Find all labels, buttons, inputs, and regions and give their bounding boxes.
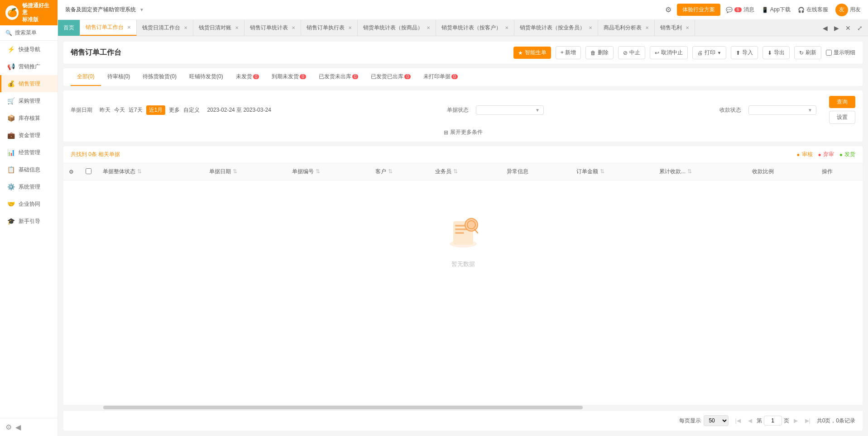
tab-sales-summary-customer[interactable]: 销货单统计表（按客户）✕ — [436, 20, 514, 36]
filter-tab-pending-inspect[interactable]: 待拣货验货(0) — [136, 68, 183, 86]
sort-icon-collected[interactable]: ⇅ — [687, 168, 692, 175]
next-page-btn[interactable]: ▶ — [791, 416, 801, 425]
filter-tab-not-printed[interactable]: 未打印单据0 — [417, 68, 464, 86]
sidebar-item-operations[interactable]: 📊 经营管理 — [0, 144, 58, 161]
app-download-btn[interactable]: 📱 App下载 — [762, 6, 791, 14]
sidebar-item-system[interactable]: ⚙️ 系统管理 — [0, 178, 58, 195]
tab-prev-btn[interactable]: ◀ — [821, 24, 830, 33]
filter-tab-pending-review[interactable]: 待审核(0) — [101, 68, 137, 86]
table-action-approve-btn[interactable]: ● 审核 — [796, 151, 812, 158]
show-detail-checkbox[interactable]: 显示明细 — [826, 49, 855, 57]
tab-close-sales-profit[interactable]: ✕ — [686, 25, 689, 30]
export-button[interactable]: ⬇ 导出 — [762, 46, 790, 59]
first-page-btn[interactable]: |◀ — [732, 416, 743, 425]
tab-sales-summary-product[interactable]: 销货单统计表（按商品）✕ — [358, 20, 436, 36]
tab-close-cash-reconcile[interactable]: ✕ — [235, 25, 239, 30]
tab-close-sales-workbench[interactable]: ✕ — [127, 25, 131, 30]
tab-sales-workbench[interactable]: 销售订单工作台✕ — [80, 20, 137, 36]
select-all-checkbox[interactable] — [86, 168, 91, 174]
date-opt-昨天[interactable]: 昨天 — [100, 106, 110, 114]
print-button[interactable]: 🖨 打印 ▼ — [692, 46, 726, 59]
col-header-date[interactable]: 单据日期⇅ — [204, 163, 287, 180]
tab-home[interactable]: 首页 — [58, 20, 80, 36]
date-opt-更多[interactable]: 更多 — [169, 106, 180, 114]
table-action-ship-btn[interactable]: ● 发货 — [839, 151, 855, 158]
sort-icon-customer[interactable]: ⇅ — [388, 168, 393, 175]
new-button[interactable]: + 新增 — [556, 46, 581, 59]
filter-tab-shipped-out[interactable]: 已发货已出库0 — [364, 68, 417, 86]
col-header-amount[interactable]: 订单金额⇅ — [571, 163, 654, 180]
date-opt-近1月[interactable]: 近1月 — [146, 105, 166, 115]
sidebar-item-guide[interactable]: 🎓 新手引导 — [0, 213, 58, 230]
collapse-sidebar-icon[interactable]: ◀ — [15, 423, 21, 431]
scrollbar-thumb[interactable] — [103, 406, 583, 409]
settings-bottom-icon[interactable]: ⚙ — [5, 423, 12, 431]
cancel-stop-button[interactable]: ↩ 取消中止 — [650, 46, 688, 59]
show-detail-input[interactable] — [826, 50, 832, 56]
settings-button[interactable]: 设置 — [829, 111, 855, 124]
table-action-reject-btn[interactable]: ● 弃审 — [818, 151, 834, 158]
tab-cash-daily[interactable]: 钱货日清工作台✕ — [137, 20, 193, 36]
sidebar-item-finance[interactable]: 💼 资金管理 — [0, 127, 58, 144]
table-wrap[interactable]: ⚙单据整体状态⇅单据日期⇅单据编号⇅客户⇅业务员⇅异常信息订单金额⇅累计收款..… — [63, 163, 863, 405]
tab-close-cash-daily[interactable]: ✕ — [184, 25, 187, 30]
prev-page-btn[interactable]: ◀ — [745, 416, 755, 425]
last-page-btn[interactable]: ▶| — [802, 416, 813, 425]
topbar-settings-icon[interactable]: ⚙ — [665, 5, 671, 14]
tab-close-sales-summary-staff[interactable]: ✕ — [589, 25, 592, 30]
sidebar-item-sales[interactable]: 💰 销售管理 — [0, 75, 58, 92]
tab-cash-reconcile[interactable]: 钱货日清对账✕ — [193, 20, 245, 36]
date-opt-今天[interactable]: 今天 — [114, 106, 125, 114]
tab-product-margin[interactable]: 商品毛利分析表✕ — [598, 20, 655, 36]
delete-button[interactable]: 🗑 删除 — [585, 46, 614, 59]
tab-next-btn[interactable]: ▶ — [832, 24, 841, 33]
tab-maximize-btn[interactable]: ⤢ — [855, 24, 864, 33]
col-settings-icon[interactable]: ⚙ — [69, 169, 74, 175]
col-header-customer[interactable]: 客户⇅ — [370, 163, 430, 180]
tab-close-sales-exec[interactable]: ✕ — [348, 25, 352, 30]
sidebar-item-base-info[interactable]: 📋 基础信息 — [0, 161, 58, 178]
online-support-btn[interactable]: 🎧 在线客服 — [798, 6, 828, 14]
filter-tab-overdue-not-shipped[interactable]: 到期未发货0 — [265, 68, 312, 86]
filter-tab-not-shipped[interactable]: 未发货0 — [230, 68, 266, 86]
page-number-input[interactable] — [764, 416, 782, 426]
sort-icon-number[interactable]: ⇅ — [316, 168, 320, 175]
stop-button[interactable]: ⊘ 中止 — [618, 46, 645, 59]
tab-close-sales-summary-product[interactable]: ✕ — [427, 25, 430, 30]
col-header-staff[interactable]: 业务员⇅ — [430, 163, 501, 180]
tab-sales-exec[interactable]: 销售订单执行表✕ — [301, 20, 358, 36]
tab-close-product-margin[interactable]: ✕ — [645, 25, 649, 30]
filter-tab-shipped-not-out[interactable]: 已发货未出库0 — [312, 68, 365, 86]
col-header-number[interactable]: 单据编号⇅ — [287, 163, 370, 180]
sort-icon-date[interactable]: ⇅ — [233, 168, 237, 175]
filter-tab-wangpu-pending[interactable]: 旺铺待发货(0) — [183, 68, 230, 86]
sort-icon-status[interactable]: ⇅ — [137, 168, 142, 175]
sidebar-item-enterprise[interactable]: 🤝 企业协同 — [0, 195, 58, 213]
sidebar-item-purchase[interactable]: 🛒 采购管理 — [0, 92, 58, 109]
query-button[interactable]: 查询 — [829, 96, 855, 108]
status-select[interactable]: ▼ — [476, 105, 544, 115]
tab-close-sales-stats[interactable]: ✕ — [292, 25, 295, 30]
payment-status-select[interactable]: ▼ — [748, 105, 816, 115]
horizontal-scrollbar[interactable] — [63, 405, 863, 410]
col-header-collected[interactable]: 累计收款...⇅ — [654, 163, 747, 180]
sort-icon-staff[interactable]: ⇅ — [453, 168, 458, 175]
smart-create-button[interactable]: ★ 智能生单 — [513, 47, 551, 59]
date-opt-自定义[interactable]: 自定义 — [183, 106, 200, 114]
tab-sales-summary-staff[interactable]: 销货单统计表（按业务员）✕ — [514, 20, 598, 36]
tab-close-sales-summary-customer[interactable]: ✕ — [505, 25, 508, 30]
user-btn[interactable]: 友 用友 — [835, 4, 861, 16]
sidebar-item-inventory[interactable]: 📦 库存核算 — [0, 109, 58, 127]
refresh-button[interactable]: ↻ 刷新 — [794, 46, 821, 59]
import-button[interactable]: ⬆ 导入 — [731, 46, 758, 59]
messages-btn[interactable]: 💬 6 消息 — [726, 6, 754, 14]
expand-conditions-btn[interactable]: ⊞ 展开更多条件 — [444, 128, 483, 136]
sidebar-item-marketing[interactable]: 📢 营销推广 — [0, 58, 58, 75]
sidebar-item-quick-nav[interactable]: ⚡ 快捷导航 — [0, 41, 58, 58]
search-menu[interactable]: 🔍 搜索菜单 — [0, 25, 58, 41]
sort-icon-amount[interactable]: ⇅ — [600, 168, 604, 175]
filter-tab-all[interactable]: 全部(0) — [71, 68, 101, 86]
date-opt-近7天[interactable]: 近7天 — [129, 106, 143, 114]
tab-sales-stats[interactable]: 销售订单统计表✕ — [245, 20, 301, 36]
col-header-status[interactable]: 单据整体状态⇅ — [97, 163, 204, 180]
